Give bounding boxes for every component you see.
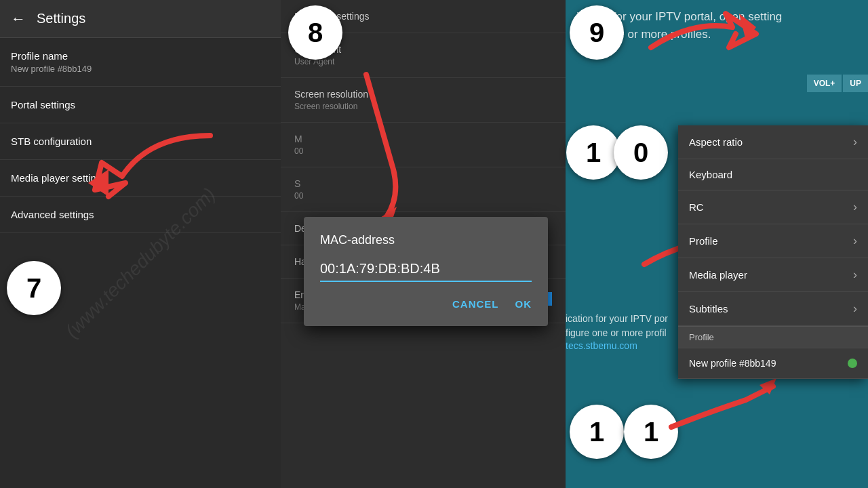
step-badge-11-1: 1	[570, 405, 624, 459]
settings-panel: ← Settings Profile name New profile #8bb…	[0, 0, 281, 488]
subtitles-chevron: ›	[853, 302, 857, 316]
mac-ok-button[interactable]: OK	[515, 298, 532, 310]
step-badge-11-0: 1	[624, 405, 678, 459]
section-header-label: Profile	[689, 332, 714, 342]
settings-item-portal[interactable]: Portal settings	[0, 87, 281, 123]
context-media-player[interactable]: Media player ›	[678, 258, 868, 292]
profile-new-label: New profile #8bb149	[689, 358, 776, 369]
mac-dialog: MAC-address 00:1A:79:DB:BD:4B CANCEL OK	[304, 217, 548, 326]
profile-label: Profile	[689, 235, 718, 247]
s-item[interactable]: S 00	[281, 167, 566, 212]
context-profile-new[interactable]: New profile #8bb149	[678, 348, 868, 379]
context-section-header: Profile	[678, 327, 868, 348]
media-player-settings-label: Media player settings	[11, 172, 270, 184]
s-value: 00	[294, 191, 552, 201]
media-player-chevron: ›	[853, 268, 857, 282]
profile-name-value: New profile #8bb149	[11, 64, 270, 74]
context-aspect-ratio[interactable]: Aspect ratio ›	[678, 125, 868, 159]
screen-res-label: Screen resolution	[294, 89, 552, 100]
context-rc[interactable]: RC ›	[678, 190, 868, 224]
user-agent-value: User Agent	[294, 57, 552, 66]
media-player-label: Media player	[689, 269, 747, 281]
mac-dialog-buttons: CANCEL OK	[320, 298, 532, 310]
settings-header: ← Settings	[0, 0, 281, 38]
mac-dialog-title: MAC-address	[320, 233, 532, 247]
mac-cancel-button[interactable]: CANCEL	[452, 298, 499, 310]
vol-plus-button[interactable]: VOL+	[807, 75, 842, 92]
step-badge-7: 7	[7, 261, 61, 315]
step-badge-8: 8	[288, 5, 342, 60]
settings-item-profile-name[interactable]: Profile name New profile #8bb149	[0, 38, 281, 87]
context-profile[interactable]: Profile ›	[678, 224, 868, 258]
step-badge-9: 9	[570, 5, 624, 60]
mac-item[interactable]: M 00	[281, 123, 566, 167]
keyboard-label: Keyboard	[689, 169, 732, 180]
step-badge-10-0: 0	[614, 125, 668, 180]
mac-value: 00	[294, 146, 552, 156]
settings-item-advanced[interactable]: Advanced settings	[0, 197, 281, 233]
profile-name-label: Profile name	[11, 50, 270, 62]
profile-active-indicator	[848, 359, 857, 368]
aspect-ratio-label: Aspect ratio	[689, 136, 743, 148]
rc-label: RC	[689, 201, 704, 213]
profile-chevron: ›	[853, 234, 857, 248]
back-button[interactable]: ←	[11, 10, 26, 28]
aspect-ratio-chevron: ›	[853, 135, 857, 149]
rc-chevron: ›	[853, 200, 857, 214]
subtitles-label: Subtitles	[689, 303, 728, 314]
portal-settings-label: Portal settings	[11, 99, 270, 110]
context-keyboard[interactable]: Keyboard	[678, 159, 868, 190]
vol-up-buttons: VOL+ UP	[807, 75, 868, 92]
mac-label: M	[294, 134, 552, 144]
up-button[interactable]: UP	[843, 75, 868, 92]
screen-res-item[interactable]: Screen resolution Screen resolution	[281, 78, 566, 123]
mac-dialog-value[interactable]: 00:1A:79:DB:BD:4B	[320, 261, 532, 282]
settings-item-stb[interactable]: STB configuration	[0, 123, 281, 160]
settings-item-media-player[interactable]: Media player settings	[0, 160, 281, 197]
advanced-settings-label: Advanced settings	[11, 209, 270, 220]
screen-res-value: Screen resolution	[294, 102, 552, 111]
step-badge-10-1: 1	[566, 125, 620, 180]
settings-title: Settings	[37, 11, 85, 26]
s-label: S	[294, 178, 552, 189]
stb-config-label: STB configuration	[11, 136, 270, 147]
context-subtitles[interactable]: Subtitles ›	[678, 292, 868, 326]
context-menu: Aspect ratio › Keyboard RC › Profile › M…	[678, 125, 868, 379]
